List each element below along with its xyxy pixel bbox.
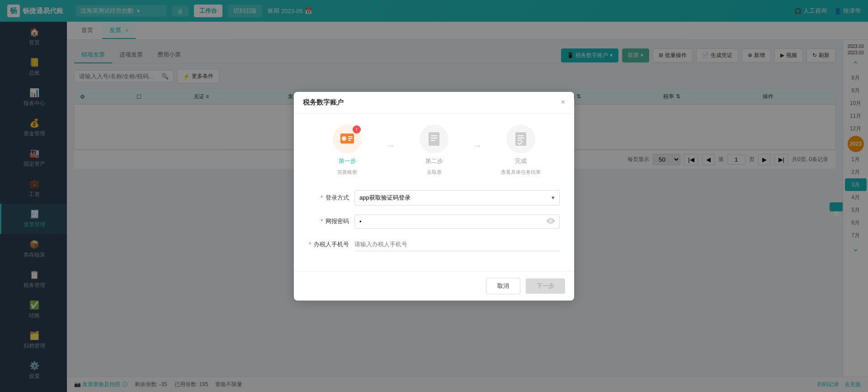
phone-field-wrap (354, 238, 560, 251)
dialog-title: 税务数字账户 (303, 98, 344, 107)
phone-label: * 办税人手机号 (308, 240, 349, 249)
phone-row: * 办税人手机号 (308, 238, 560, 251)
password-label: * 网报密码 (308, 217, 349, 225)
step-1-icon-wrap: ! (333, 124, 362, 153)
dialog-body: ! 第一步 完善账密 → (294, 114, 574, 271)
step-arrow-2: → (473, 140, 482, 151)
svg-rect-5 (429, 132, 439, 146)
dialog-header: 税务数字账户 × (294, 92, 574, 114)
step-1-sublabel: 完善账密 (337, 169, 357, 176)
login-method-select[interactable]: app获取验证码登录 ▾ (354, 190, 560, 206)
step-arrow-1: → (386, 140, 395, 151)
step-3-label: 完成 (515, 157, 527, 165)
step-3-icon-wrap (506, 124, 535, 153)
modal-overlay: 税务数字账户 × ! (0, 0, 868, 392)
step-2: 第二步 去取票 (395, 124, 473, 176)
password-field-wrap (354, 215, 560, 229)
step-1-badge: ! (353, 125, 361, 134)
login-method-label: * 登录方式 (308, 194, 349, 202)
step-3: 完成 查看具体任务结果 (482, 124, 560, 176)
cancel-button[interactable]: 取消 (486, 278, 520, 294)
tax-digital-dialog: 税务数字账户 × ! (294, 92, 574, 301)
step-2-svg (425, 130, 443, 148)
login-method-value: app获取验证码登录 (359, 194, 410, 202)
dialog-close-btn[interactable]: × (561, 98, 565, 106)
step-1-label: 第一步 (339, 157, 356, 165)
step-3-sublabel: 查看具体任务结果 (501, 169, 541, 176)
step-1: ! 第一步 完善账密 (308, 124, 386, 176)
svg-point-1 (342, 136, 346, 141)
login-method-row: * 登录方式 app获取验证码登录 ▾ (308, 190, 560, 206)
step-2-label: 第二步 (425, 157, 443, 165)
next-button[interactable]: 下一步 (526, 278, 565, 294)
password-input[interactable] (359, 218, 547, 225)
eye-icon[interactable] (547, 218, 555, 225)
step-3-svg (512, 130, 530, 148)
step-2-sublabel: 去取票 (427, 169, 442, 176)
chevron-down-icon: ▾ (552, 194, 555, 201)
steps-indicator: ! 第一步 完善账密 → (308, 124, 560, 176)
dialog-footer: 取消 下一步 (294, 271, 574, 301)
phone-input[interactable] (354, 241, 560, 248)
password-row: * 网报密码 (308, 215, 560, 229)
svg-rect-9 (515, 132, 526, 146)
step-2-icon-wrap (420, 124, 448, 153)
